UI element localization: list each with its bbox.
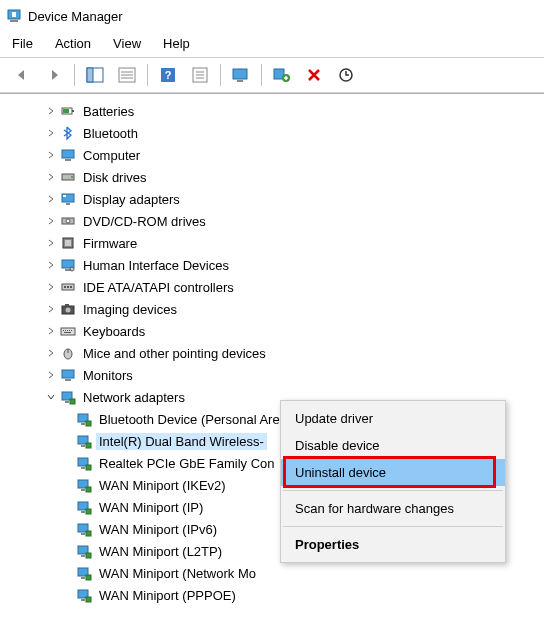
menu-file[interactable]: File bbox=[8, 34, 37, 53]
ctx-uninstall-device[interactable]: Uninstall device bbox=[281, 459, 505, 486]
tree-label: DVD/CD-ROM drives bbox=[80, 213, 209, 230]
tree-item-batteries[interactable]: Batteries bbox=[44, 100, 544, 122]
show-hide-button[interactable] bbox=[81, 62, 109, 88]
keyboard-icon bbox=[60, 323, 76, 339]
menu-view[interactable]: View bbox=[109, 34, 145, 53]
tree-label: WAN Miniport (Network Mo bbox=[96, 565, 259, 582]
tree-label: WAN Miniport (IP) bbox=[96, 499, 206, 516]
svg-rect-64 bbox=[81, 445, 85, 447]
svg-rect-79 bbox=[81, 555, 85, 557]
svg-rect-40 bbox=[64, 286, 66, 288]
mouse-icon bbox=[60, 345, 76, 361]
tree-item-hid[interactable]: Human Interface Devices bbox=[44, 254, 544, 276]
network-adapter-icon bbox=[76, 587, 92, 603]
tree-item-firmware[interactable]: Firmware bbox=[44, 232, 544, 254]
spacer bbox=[60, 434, 74, 448]
update-driver-button[interactable] bbox=[332, 62, 360, 88]
svg-rect-74 bbox=[86, 509, 91, 514]
network-adapter-icon bbox=[76, 455, 92, 471]
chevron-right-icon[interactable] bbox=[44, 104, 58, 118]
chevron-right-icon[interactable] bbox=[44, 368, 58, 382]
menu-help[interactable]: Help bbox=[159, 34, 194, 53]
tree-label: Realtek PCIe GbE Family Con bbox=[96, 455, 278, 472]
svg-rect-61 bbox=[81, 423, 85, 425]
tree-label: Intel(R) Dual Band Wireless- bbox=[96, 433, 267, 450]
scan-hardware-button[interactable] bbox=[227, 62, 255, 88]
ctx-scan-hardware[interactable]: Scan for hardware changes bbox=[281, 495, 505, 522]
tree-label: WAN Miniport (IPv6) bbox=[96, 521, 220, 538]
ctx-disable-device[interactable]: Disable device bbox=[281, 432, 505, 459]
svg-rect-47 bbox=[63, 330, 64, 331]
svg-rect-50 bbox=[69, 330, 70, 331]
chevron-right-icon[interactable] bbox=[44, 126, 58, 140]
chevron-right-icon[interactable] bbox=[44, 346, 58, 360]
toolbar-divider bbox=[147, 64, 148, 86]
chevron-right-icon[interactable] bbox=[44, 280, 58, 294]
network-adapter-icon bbox=[60, 389, 76, 405]
display-adapter-icon bbox=[60, 191, 76, 207]
firmware-icon bbox=[60, 235, 76, 251]
context-menu: Update driver Disable device Uninstall d… bbox=[280, 400, 506, 563]
network-adapter-icon bbox=[76, 433, 92, 449]
svg-rect-31 bbox=[63, 195, 66, 197]
chevron-right-icon[interactable] bbox=[44, 302, 58, 316]
app-icon bbox=[6, 8, 22, 24]
menu-action[interactable]: Action bbox=[51, 34, 95, 53]
chevron-right-icon[interactable] bbox=[44, 148, 58, 162]
back-button[interactable] bbox=[8, 62, 36, 88]
device-tree-area: Batteries Bluetooth Computer Disk drives bbox=[0, 93, 544, 619]
spacer bbox=[60, 522, 74, 536]
tree-item-mice[interactable]: Mice and other pointing devices bbox=[44, 342, 544, 364]
svg-point-28 bbox=[71, 176, 73, 178]
spacer bbox=[60, 588, 74, 602]
svg-rect-85 bbox=[81, 599, 85, 601]
tree-item-display-adapters[interactable]: Display adapters bbox=[44, 188, 544, 210]
uninstall-button[interactable] bbox=[300, 62, 328, 88]
chevron-right-icon[interactable] bbox=[44, 236, 58, 250]
tree-item-computer[interactable]: Computer bbox=[44, 144, 544, 166]
tree-label: Human Interface Devices bbox=[80, 257, 232, 274]
tree-item-monitors[interactable]: Monitors bbox=[44, 364, 544, 386]
ctx-divider bbox=[283, 490, 503, 491]
tree-label: Imaging devices bbox=[80, 301, 180, 318]
network-adapter-icon bbox=[76, 521, 92, 537]
forward-button[interactable] bbox=[40, 62, 68, 88]
tree-label: Firmware bbox=[80, 235, 140, 252]
svg-point-38 bbox=[70, 267, 74, 271]
tree-label: Network adapters bbox=[80, 389, 188, 406]
window-title: Device Manager bbox=[28, 9, 123, 24]
tree-item-ide[interactable]: IDE ATA/ATAPI controllers bbox=[44, 276, 544, 298]
details-button[interactable] bbox=[113, 62, 141, 88]
properties-button[interactable] bbox=[186, 62, 214, 88]
add-legacy-button[interactable] bbox=[268, 62, 296, 88]
svg-rect-45 bbox=[65, 304, 69, 306]
tree-label: Computer bbox=[80, 147, 143, 164]
svg-rect-82 bbox=[81, 577, 85, 579]
chevron-right-icon[interactable] bbox=[44, 214, 58, 228]
tree-item-wan-pppoe[interactable]: WAN Miniport (PPPOE) bbox=[60, 584, 544, 606]
spacer bbox=[60, 566, 74, 580]
tree-item-imaging[interactable]: Imaging devices bbox=[44, 298, 544, 320]
chevron-right-icon[interactable] bbox=[44, 324, 58, 338]
tree-item-wan-netmon[interactable]: WAN Miniport (Network Mo bbox=[60, 562, 544, 584]
svg-rect-30 bbox=[66, 203, 70, 205]
tree-label: WAN Miniport (IKEv2) bbox=[96, 477, 229, 494]
tree-item-disk-drives[interactable]: Disk drives bbox=[44, 166, 544, 188]
chevron-right-icon[interactable] bbox=[44, 170, 58, 184]
tree-item-keyboards[interactable]: Keyboards bbox=[44, 320, 544, 342]
chevron-right-icon[interactable] bbox=[44, 258, 58, 272]
tree-label: Batteries bbox=[80, 103, 137, 120]
bluetooth-icon bbox=[60, 125, 76, 141]
toolbar-divider bbox=[220, 64, 221, 86]
ctx-properties[interactable]: Properties bbox=[281, 531, 505, 558]
ctx-update-driver[interactable]: Update driver bbox=[281, 405, 505, 432]
chevron-down-icon[interactable] bbox=[44, 390, 58, 404]
network-adapter-icon bbox=[76, 565, 92, 581]
spacer bbox=[60, 544, 74, 558]
tree-label: Monitors bbox=[80, 367, 136, 384]
chevron-right-icon[interactable] bbox=[44, 192, 58, 206]
tree-label: Bluetooth bbox=[80, 125, 141, 142]
tree-item-dvd[interactable]: DVD/CD-ROM drives bbox=[44, 210, 544, 232]
help-button[interactable]: ? bbox=[154, 62, 182, 88]
tree-item-bluetooth[interactable]: Bluetooth bbox=[44, 122, 544, 144]
